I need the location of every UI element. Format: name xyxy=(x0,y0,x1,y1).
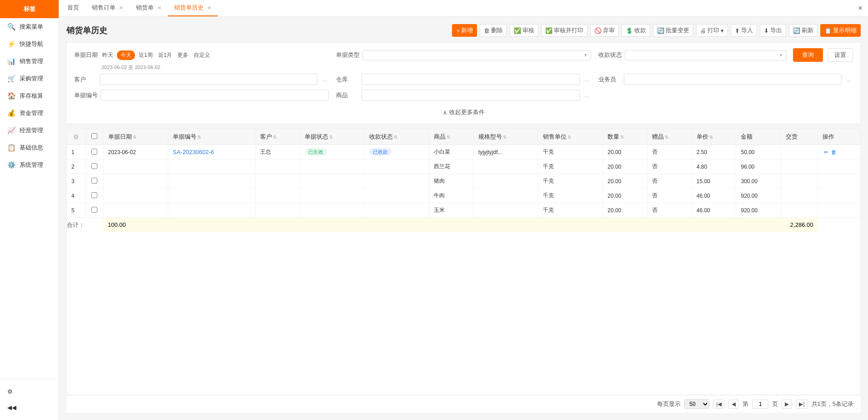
first-page-btn[interactable]: |◀ xyxy=(713,400,725,409)
row-checkbox[interactable] xyxy=(91,192,97,198)
last-page-btn[interactable]: ▶| xyxy=(796,400,808,409)
setup-button[interactable]: 设置 xyxy=(828,48,853,62)
th-gift[interactable]: 赠品 ⇅ xyxy=(647,129,692,145)
staff-input[interactable] xyxy=(624,74,842,85)
warehouse-input[interactable] xyxy=(361,74,579,85)
cell-checkbox[interactable] xyxy=(85,203,103,218)
sidebar-item-label: 快捷导航 xyxy=(20,40,43,48)
row-checkbox[interactable] xyxy=(91,178,97,184)
row-checkbox[interactable] xyxy=(91,207,97,213)
refresh-button[interactable]: 🔄 刷新 xyxy=(789,24,818,37)
new-button[interactable]: + 新增 xyxy=(452,24,477,37)
page-size-select[interactable]: 50 10 20 100 xyxy=(684,399,709,409)
th-doc-no[interactable]: 单据编号 ⇅ xyxy=(168,129,255,145)
tab-sales-order[interactable]: 销售订单 ✕ xyxy=(85,0,130,16)
th-price-sort[interactable]: 单价 ⇅ xyxy=(697,133,732,141)
print-button[interactable]: 🖨 打印 ▾ xyxy=(696,24,728,37)
delete-button[interactable]: 🗑 删除 xyxy=(480,24,507,37)
th-unit-sort[interactable]: 销售单位 ⇅ xyxy=(543,133,598,141)
tab-close-sales-history[interactable]: ✕ xyxy=(207,5,211,11)
th-goods[interactable]: 商品 ⇅ xyxy=(429,129,474,145)
date-last1month[interactable]: 近1月 xyxy=(156,50,174,60)
cell-customer xyxy=(255,189,300,203)
th-date[interactable]: 单据日期 ⇅ xyxy=(103,129,168,145)
tab-home[interactable]: 首页 xyxy=(61,0,85,16)
select-all-checkbox[interactable] xyxy=(91,133,97,139)
goods-input[interactable] xyxy=(361,90,579,101)
action-btn[interactable]: ✏ xyxy=(824,149,828,155)
date-more[interactable]: 更多 xyxy=(176,50,190,60)
sidebar-item-inventory-calc[interactable]: 🏠 库存核算 xyxy=(0,87,59,105)
batch-change-button[interactable]: 🔄 批量变更 xyxy=(653,24,693,37)
th-gift-sort[interactable]: 赠品 ⇅ xyxy=(652,133,687,141)
import-button[interactable]: ⬆ 导入 xyxy=(731,24,757,37)
sidebar-item-basic-info[interactable]: 📋 基础信息 xyxy=(0,139,59,156)
th-qty[interactable]: 数量 ⇅ xyxy=(603,129,647,145)
sidebar-item-search-menu[interactable]: 🔍 搜索菜单 xyxy=(0,18,59,35)
export-button[interactable]: ⬇ 导出 xyxy=(760,24,786,37)
sidebar-item-collapse[interactable]: ◀◀ xyxy=(0,400,59,415)
customer-input[interactable] xyxy=(100,74,317,85)
table-row: 4牛肉千克20.00否46.00920.00 xyxy=(67,189,860,203)
date-last7days[interactable]: 近1周 xyxy=(137,50,155,60)
tab-close-all[interactable]: ✕ xyxy=(854,3,866,13)
date-custom[interactable]: 自定义 xyxy=(192,50,212,60)
query-button[interactable]: 查询 xyxy=(793,48,823,62)
table-gear-icon[interactable]: ⚙ xyxy=(73,133,79,140)
sidebar-item-purchase-mgmt[interactable]: 🛒 采购管理 xyxy=(0,70,59,87)
sidebar-item-settings-bottom[interactable]: ⚙ xyxy=(0,384,59,400)
th-unit[interactable]: 销售单位 ⇅ xyxy=(538,129,603,145)
filter-item-goods: 商品 ... xyxy=(336,90,591,101)
th-customer-sort[interactable]: 客户 ⇅ xyxy=(260,133,295,141)
audit-button[interactable]: ✅ 审核 xyxy=(510,24,538,37)
customer-dots[interactable]: ... xyxy=(320,76,329,83)
th-price[interactable]: 单价 ⇅ xyxy=(692,129,736,145)
sidebar-item-finance-mgmt[interactable]: 💰 资金管理 xyxy=(0,105,59,122)
abandon-button[interactable]: 🚫 弃审 xyxy=(590,24,619,37)
cell-checkbox[interactable] xyxy=(85,145,103,160)
cell-checkbox[interactable] xyxy=(85,174,103,189)
audit-print-button[interactable]: ✅ 审核并打印 xyxy=(541,24,587,37)
tab-close-sales-order[interactable]: ✕ xyxy=(119,5,123,11)
sidebar-item-sales-mgmt[interactable]: 📊 销售管理 xyxy=(0,53,59,70)
tab-sales-history[interactable]: 销货单历史 ✕ xyxy=(168,0,218,16)
row-checkbox[interactable] xyxy=(91,149,97,155)
sidebar-item-quick-nav[interactable]: ⚡ 快捷导航 xyxy=(0,35,59,53)
cell-checkbox[interactable] xyxy=(85,189,103,203)
th-doc-status[interactable]: 单据状态 ⇅ xyxy=(300,129,364,145)
warehouse-dots[interactable]: ... xyxy=(582,76,591,83)
cell-date: 2023-06-02 xyxy=(103,145,168,160)
th-pay-status[interactable]: 收款状态 ⇅ xyxy=(364,129,429,145)
th-pay-status-sort[interactable]: 收款状态 ⇅ xyxy=(369,133,424,141)
goods-dots[interactable]: ... xyxy=(582,92,591,99)
prev-page-btn[interactable]: ◀ xyxy=(728,400,739,409)
th-doc-status-sort[interactable]: 单据状态 ⇅ xyxy=(305,133,360,141)
th-customer[interactable]: 客户 ⇅ xyxy=(255,129,300,145)
date-yesterday[interactable]: 昨天 xyxy=(100,50,115,60)
tab-close-sales-goods[interactable]: ✕ xyxy=(157,5,161,11)
doc-type-select[interactable]: ▾ xyxy=(362,50,591,60)
date-today[interactable]: 今天 xyxy=(117,50,135,60)
sidebar-item-system-mgmt[interactable]: ⚙️ 系统管理 xyxy=(0,156,59,174)
th-spec-sort[interactable]: 规格型号 ⇅ xyxy=(478,133,533,141)
th-gear[interactable]: ⚙ xyxy=(67,129,85,145)
collapse-btn[interactable]: ∧ 收起更多条件 xyxy=(439,106,488,118)
next-page-btn[interactable]: ▶ xyxy=(782,400,792,409)
collect-button[interactable]: 💲 收款 xyxy=(622,24,650,37)
page-input[interactable] xyxy=(752,400,768,409)
th-goods-sort[interactable]: 商品 ⇅ xyxy=(434,133,469,141)
th-spec[interactable]: 规格型号 ⇅ xyxy=(473,129,538,145)
sidebar-item-business-mgmt[interactable]: 📈 经营管理 xyxy=(0,122,59,139)
action-btn[interactable]: 🗑 xyxy=(831,149,837,155)
staff-dots[interactable]: ... xyxy=(844,76,853,83)
tab-sales-goods[interactable]: 销货单 ✕ xyxy=(130,0,168,16)
th-doc-no-sort[interactable]: 单据编号 ⇅ xyxy=(173,133,251,141)
doc-no-link[interactable]: SA-20230602-6 xyxy=(173,149,214,155)
show-detail-button[interactable]: 📋 显示明细 xyxy=(820,24,861,37)
doc-no-input[interactable] xyxy=(100,90,329,101)
pay-status-select[interactable]: ▾ xyxy=(625,50,787,60)
cell-checkbox[interactable] xyxy=(85,160,103,174)
th-date-sort[interactable]: 单据日期 ⇅ xyxy=(108,133,163,141)
row-checkbox[interactable] xyxy=(91,163,97,169)
th-qty-sort[interactable]: 数量 ⇅ xyxy=(607,133,642,141)
